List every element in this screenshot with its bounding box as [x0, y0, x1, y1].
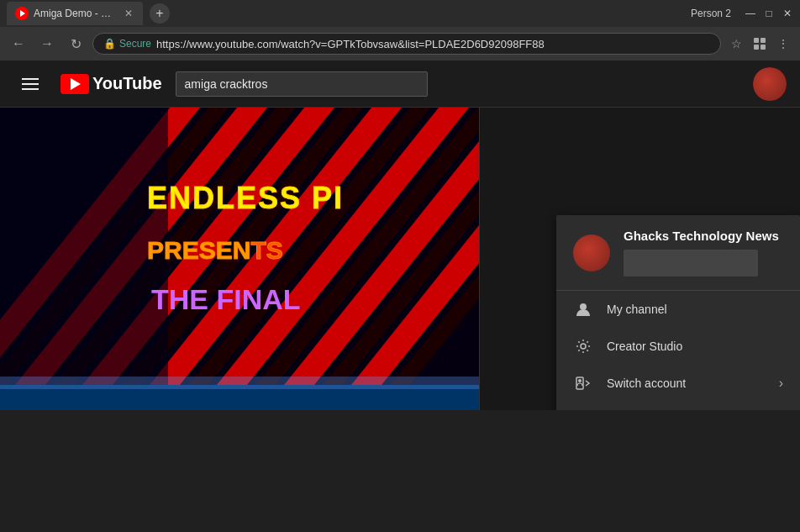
svg-marker-0: [20, 10, 25, 17]
new-tab-button[interactable]: +: [150, 3, 170, 24]
url-text: https://www.youtube.com/watch?v=GPTkTobv…: [156, 38, 710, 50]
browser-tab[interactable]: Amiga Demo - Crack ✕: [7, 2, 143, 25]
window-controls: — □ ✕: [745, 8, 793, 19]
back-button[interactable]: ←: [7, 32, 30, 55]
svg-rect-3: [754, 45, 759, 50]
forward-button[interactable]: →: [35, 32, 59, 55]
hamburger-line-2: [22, 83, 39, 85]
switch-account-arrow: ›: [779, 376, 783, 391]
my-channel-item[interactable]: My channel: [556, 291, 800, 328]
dropdown-search-bar[interactable]: [624, 250, 758, 277]
addressbar-actions: ☆ ⋮: [726, 34, 793, 54]
titlebar-right: Person 2 — □ ✕: [691, 8, 793, 19]
svg-rect-20: [0, 108, 168, 410]
search-bar[interactable]: amiga cracktros: [176, 71, 428, 97]
switch-account-item[interactable]: Switch account ›: [556, 365, 800, 402]
titlebar: Amiga Demo - Crack ✕ + Person 2 — □ ✕: [0, 0, 800, 27]
tab-favicon: [15, 7, 29, 20]
svg-rect-25: [0, 377, 479, 389]
addressbar: ← → ↻ 🔒 Secure https://www.youtube.com/w…: [0, 27, 800, 61]
user-dropdown-menu: Ghacks Technology News My channel: [556, 215, 800, 410]
svg-point-26: [580, 303, 587, 310]
dropdown-user-info: Ghacks Technology News: [624, 229, 779, 277]
address-bar-input[interactable]: 🔒 Secure https://www.youtube.com/watch?v…: [92, 33, 721, 55]
svg-text:THE FINAL: THE FINAL: [151, 283, 301, 315]
svg-point-27: [581, 344, 586, 349]
dropdown-header: Ghacks Technology News: [556, 215, 800, 291]
main-content: ENDLESS PI PRESENTS THE FINAL Ghacks Tec…: [0, 108, 800, 410]
refresh-button[interactable]: ↻: [64, 32, 87, 55]
switch-account-icon: [573, 373, 593, 393]
svg-rect-1: [754, 38, 759, 43]
user-avatar-button[interactable]: [753, 67, 787, 101]
search-query-text: amiga cracktros: [185, 77, 268, 91]
sign-out-item[interactable]: Sign out: [556, 402, 800, 410]
dropdown-avatar: [573, 234, 610, 271]
tab-close-button[interactable]: ✕: [123, 8, 134, 19]
svg-text:ENDLESS PI: ENDLESS PI: [147, 181, 344, 215]
header-right-section: [753, 67, 787, 101]
youtube-play-icon: [71, 78, 81, 90]
dropdown-main-items: My channel Creator Studio: [556, 291, 800, 410]
hamburger-line-3: [22, 88, 39, 90]
tab-title: Amiga Demo - Crack: [34, 8, 118, 19]
svg-text:PRESENTS: PRESENTS: [147, 236, 283, 264]
person-label: Person 2: [691, 8, 731, 19]
creator-studio-icon: [573, 336, 593, 356]
close-button[interactable]: ✕: [782, 8, 793, 19]
my-channel-icon: [573, 299, 593, 319]
svg-point-29: [578, 379, 582, 382]
svg-rect-4: [761, 45, 766, 50]
user-avatar-image: [753, 67, 787, 101]
video-thumbnail: ENDLESS PI PRESENTS THE FINAL: [0, 108, 479, 410]
minimize-button[interactable]: —: [745, 8, 756, 19]
youtube-logo-icon: [61, 74, 89, 94]
youtube-logo[interactable]: YouTube: [61, 74, 162, 94]
extensions-button[interactable]: [750, 34, 770, 54]
my-channel-label: My channel: [607, 303, 783, 316]
maximize-button[interactable]: □: [763, 8, 775, 19]
bookmark-button[interactable]: ☆: [726, 34, 746, 54]
creator-studio-label: Creator Studio: [607, 340, 783, 353]
titlebar-left: Amiga Demo - Crack ✕ +: [7, 2, 170, 25]
youtube-header: YouTube amiga cracktros: [0, 61, 800, 108]
channel-name: Ghacks Technology News: [624, 229, 779, 243]
secure-badge: 🔒 Secure: [103, 38, 151, 50]
switch-account-label: Switch account: [607, 377, 766, 390]
hamburger-menu-button[interactable]: [13, 67, 47, 101]
creator-studio-item[interactable]: Creator Studio: [556, 328, 800, 365]
more-menu-button[interactable]: ⋮: [773, 34, 793, 54]
video-area: ENDLESS PI PRESENTS THE FINAL: [0, 108, 479, 410]
video-frame: ENDLESS PI PRESENTS THE FINAL: [0, 108, 479, 410]
hamburger-line-1: [22, 78, 39, 80]
svg-rect-2: [761, 38, 766, 43]
youtube-logo-text: YouTube: [92, 74, 162, 93]
